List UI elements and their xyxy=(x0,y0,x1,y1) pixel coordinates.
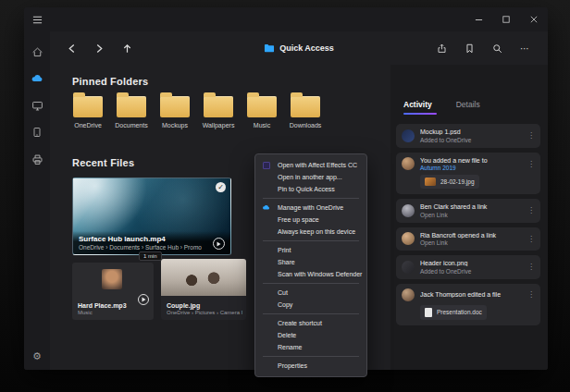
minimize-button[interactable] xyxy=(465,7,492,31)
folder-label: Downloads xyxy=(290,122,322,129)
attachment-item[interactable]: 28-02-19.jpg xyxy=(420,175,479,189)
file-avatar xyxy=(402,129,415,142)
menu-item-pin-to-quick-access[interactable]: Pin to Quick Access xyxy=(255,183,366,195)
menu-item-copy[interactable]: Copy xyxy=(255,299,366,311)
activity-card[interactable]: You added a new file to Autumn 2019 ⋮ 28… xyxy=(396,153,540,195)
menu-item-create-shortcut[interactable]: Create shortcut xyxy=(255,317,366,329)
attachment-item[interactable]: Presentation.doc xyxy=(420,305,487,320)
activity-card[interactable]: Ria Bancroft opened a link Open Link ⋮ xyxy=(396,227,540,251)
active-tab-underline xyxy=(403,113,437,115)
recent-file-video-tile[interactable]: ✓ Surface Hub launch.mp4 OneDrive › Docu… xyxy=(72,178,231,255)
activity-feed: Mockup 1.psd Added to OneDrive ⋮ You add… xyxy=(396,124,540,325)
menu-item-label: Open with Affect Effects CC xyxy=(278,162,357,168)
file-name: Couple.jpg xyxy=(167,302,242,309)
sidebar-item-this-pc[interactable] xyxy=(30,98,44,113)
kebab-menu-button[interactable]: ⋮ xyxy=(527,263,535,271)
menu-item-open-in-another-app[interactable]: Open in another app... xyxy=(255,171,366,183)
sidebar-item-home[interactable] xyxy=(30,44,44,59)
tablet-icon xyxy=(31,127,43,138)
menu-item-manage-with-onedrive[interactable]: Manage with OneDrive xyxy=(255,202,366,214)
recent-file-photo-tile[interactable]: Couple.jpg OneDrive › Pictures › Camera … xyxy=(161,259,246,320)
folder-label: Music xyxy=(254,122,270,129)
location-title: Quick Access xyxy=(264,43,334,53)
sidebar-rail: ⚙ xyxy=(24,31,50,370)
file-name: Hard Place.mp3 xyxy=(78,302,127,309)
tile-caption: Hard Place.mp3 Music xyxy=(78,302,127,315)
file-path: OneDrive › Documents › Surface Hub › Pro… xyxy=(79,244,225,251)
monitor-icon xyxy=(31,100,43,112)
user-avatar xyxy=(402,232,415,245)
play-button[interactable] xyxy=(213,238,225,250)
back-button[interactable] xyxy=(63,40,80,56)
tab-details[interactable]: Details xyxy=(456,100,480,109)
menu-separator xyxy=(263,356,359,357)
menu-item-print[interactable]: Print xyxy=(255,244,366,256)
app-icon xyxy=(262,161,270,169)
forward-button[interactable] xyxy=(91,40,107,56)
activity-card[interactable]: Jack Thompson edited a file ⋮ Presentati… xyxy=(396,284,540,325)
menu-item-free-up-space[interactable]: Free up space xyxy=(255,214,366,226)
folder-label: OneDrive xyxy=(74,122,102,129)
more-button[interactable]: ⋯ xyxy=(518,42,531,55)
sidebar-item-onedrive[interactable] xyxy=(30,71,44,86)
menu-item-delete[interactable]: Delete xyxy=(255,329,366,341)
settings-button[interactable]: ⚙ xyxy=(24,350,50,362)
activity-title: You added a new file to xyxy=(420,157,522,164)
folder-onedrive[interactable]: OneDrive xyxy=(72,96,104,129)
menu-item-label: Scan with Windows Defender xyxy=(278,271,362,277)
menu-item-rename[interactable]: Rename xyxy=(255,341,366,353)
search-button[interactable] xyxy=(490,42,503,55)
kebab-menu-button[interactable]: ⋮ xyxy=(527,235,535,243)
recent-files-heading: Recent Files xyxy=(72,157,134,168)
album-art xyxy=(102,269,122,289)
share-button[interactable] xyxy=(435,42,448,55)
hamburger-icon xyxy=(32,15,43,25)
play-button[interactable] xyxy=(138,294,149,305)
menu-item-share[interactable]: Share xyxy=(255,256,366,268)
kebab-menu-button[interactable]: ⋮ xyxy=(527,206,535,214)
details-panel: Activity Details Mockup 1.psd Added to O… xyxy=(390,65,548,370)
sidebar-item-printer[interactable] xyxy=(30,152,44,166)
printer-icon xyxy=(31,153,43,165)
folder-downloads[interactable]: Downloads xyxy=(290,96,321,129)
sidebar-item-devices[interactable] xyxy=(30,125,44,140)
menu-item-properties[interactable]: Properties xyxy=(255,360,366,372)
menu-item-open-with[interactable]: Open with Affect Effects CC xyxy=(255,159,366,171)
menu-item-cut[interactable]: Cut xyxy=(255,287,366,299)
kebab-menu-button[interactable]: ⋮ xyxy=(527,160,535,168)
menu-item-always-keep-on-device[interactable]: Always keep on this device xyxy=(255,226,366,238)
tab-activity[interactable]: Activity xyxy=(403,100,432,109)
maximize-button[interactable] xyxy=(492,7,520,31)
desktop-background: ⚙ xyxy=(0,0,570,392)
minimize-icon xyxy=(475,16,483,24)
activity-title: Mockup 1.psd xyxy=(420,129,522,135)
menu-item-label: Always keep on this device xyxy=(278,228,355,235)
folder-mockups[interactable]: Mockups xyxy=(159,96,191,129)
menu-item-scan-with-defender[interactable]: Scan with Windows Defender xyxy=(255,268,366,280)
activity-card[interactable]: Mockup 1.psd Added to OneDrive ⋮ xyxy=(396,124,540,148)
nav-group xyxy=(50,40,135,56)
gear-icon: ⚙ xyxy=(32,350,42,362)
recent-file-audio-tile[interactable]: Hard Place.mp3 Music xyxy=(72,263,154,320)
activity-card[interactable]: Ben Clark shared a link Open Link ⋮ xyxy=(396,199,540,223)
folder-icon xyxy=(204,96,233,117)
menu-item-label: Pin to Quick Access xyxy=(278,186,335,192)
attachment-name: 28-02-19.jpg xyxy=(440,178,475,185)
close-button[interactable] xyxy=(520,7,548,31)
kebab-menu-button[interactable]: ⋮ xyxy=(527,290,535,299)
folder-wallpapers[interactable]: Wallpapers xyxy=(203,96,234,129)
folder-icon xyxy=(291,96,320,117)
activity-subtitle: Open Link xyxy=(420,212,522,218)
hamburger-menu-button[interactable] xyxy=(24,7,50,31)
bookmark-button[interactable] xyxy=(463,42,476,55)
folder-documents[interactable]: Documents xyxy=(116,96,147,129)
kebab-menu-button[interactable]: ⋮ xyxy=(527,131,535,140)
quick-access-icon xyxy=(264,43,274,53)
more-icon: ⋯ xyxy=(520,43,529,54)
activity-card[interactable]: Header icon.png Added to OneDrive ⋮ xyxy=(396,255,540,279)
arrow-up-icon xyxy=(122,43,132,54)
folder-music[interactable]: Music xyxy=(246,96,278,129)
menu-item-label: Share xyxy=(278,259,295,265)
titlebar xyxy=(24,7,548,31)
up-button[interactable] xyxy=(118,40,135,56)
